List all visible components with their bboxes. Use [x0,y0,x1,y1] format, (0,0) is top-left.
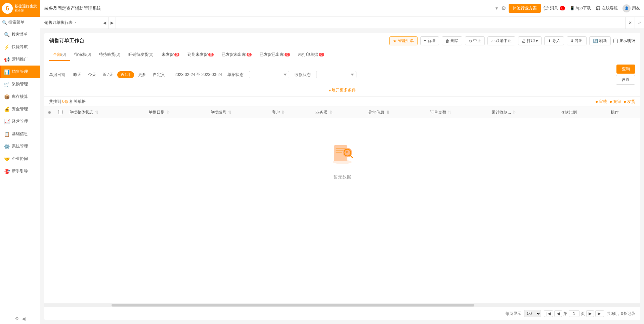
sort-icon-amount[interactable]: ⇅ [448,110,451,115]
filter-tab-unshipped[interactable]: 未发货0 [158,49,184,61]
export-button[interactable]: ⬇ 导出 [567,36,587,45]
sort-icon-no[interactable]: ⇅ [228,110,231,115]
page-number-input[interactable] [569,310,579,317]
message-area[interactable]: 💬 消息 6 [544,5,565,11]
sort-icon-date[interactable]: ⇅ [167,110,170,115]
col-operation: 操作 [607,107,640,118]
col-exception: 异常信息 ⇅ [365,107,426,118]
sidebar-item-basic-info[interactable]: 📋基础信息 [0,128,40,140]
sort-icon-received[interactable]: ⇅ [513,110,516,115]
dropdown-arrow-icon[interactable]: ▼ [495,6,499,11]
add-button[interactable]: + 新增 [420,36,439,45]
revoke-button[interactable]: 充审 [610,99,621,105]
detail-checkbox-input[interactable] [613,39,618,43]
date-7days[interactable]: 近7天 [100,71,116,78]
sidebar-item-finance[interactable]: 💰资金管理 [0,103,40,115]
payment-select[interactable] [316,71,356,78]
tab-close-all[interactable]: ✕ [625,17,635,29]
expand-more-button[interactable]: ▾ 展开更多条件 [329,87,356,93]
sidebar-item-marketing[interactable]: 📢营销推广 [0,53,40,66]
filter-tab-expired-unshipped[interactable]: 到期未发货0 [183,49,218,61]
sidebar-item-sales[interactable]: 📊销售管理 [0,66,40,78]
settings-header-icon[interactable]: ⚙ [501,5,506,11]
tab-bar: 首页销售订单工作台×钱货日清工作台×钱货日清对账×销售订单统计表×销售订单执行表… [40,17,644,29]
page-size-select[interactable]: 10 20 50 100 [524,310,541,317]
bill-status-select[interactable] [249,71,289,78]
select-all-checkbox[interactable] [58,110,62,114]
page-last-btn[interactable]: ▶| [595,310,604,317]
tab-list: 首页销售订单工作台×钱货日清工作台×钱货日清对账×销售订单统计表×销售订单执行表… [40,17,101,29]
filter-tab-shipped-out[interactable]: 已发货已出库0 [256,49,294,61]
pagination: 每页显示 10 20 50 100 |◀ ◀ 第 页 ▶ ▶| 共0页，0条记录 [44,307,640,320]
sort-icon-staff[interactable]: ⇅ [330,110,333,115]
page-first-btn[interactable]: |◀ [544,310,553,317]
finance-icon: 💰 [4,107,10,112]
filter-tab-shipped-not-out[interactable]: 已发货未出库0 [218,49,256,61]
col-bill-status: 单据整体状态 ⇅ [66,107,145,118]
sidebar-item-inventory[interactable]: 📦库存核算 [0,90,40,103]
col-settings[interactable]: ⚙ [44,107,55,118]
trial-button[interactable]: 体验行业方案 [509,4,541,13]
tab-scroll-left[interactable]: ◀ [101,17,109,29]
horizontal-scrollbar[interactable] [44,303,640,307]
marketing-icon: 📢 [4,57,10,62]
user-area[interactable]: 👤 用友 [622,4,640,12]
col-bill-date: 单据日期 ⇅ [145,107,207,118]
date-more[interactable]: 更多 [135,71,149,78]
page-prev-btn[interactable]: ◀ [554,310,562,317]
filter-tab-unprinted[interactable]: 未打印单据0 [294,49,328,61]
sidebar-item-search[interactable]: 🔍搜索菜单 [0,28,40,41]
settings-icon[interactable]: ⚙ [15,316,19,321]
sidebar-item-operations[interactable]: 📈经营管理 [0,115,40,128]
import-icon: ⬆ [548,39,551,43]
refresh-button[interactable]: 🔄 刷新 [589,36,611,45]
cancel-stop-button[interactable]: ↩ 取消中止 [487,36,515,45]
sort-icon-exception[interactable]: ⇅ [386,110,390,115]
search-icon: 🔍 [2,20,7,25]
sidebar-item-guide[interactable]: 🎯新手引导 [0,165,40,177]
sidebar-search[interactable]: 🔍 搜索菜单 [0,17,40,28]
date-yesterday[interactable]: 昨天 [71,71,84,78]
app-download[interactable]: 📱 App下载 [570,5,591,11]
count-badge-shipped-not-out: 0 [247,53,252,56]
online-service[interactable]: 🎧 在线客服 [596,5,618,11]
filter-tab-all[interactable]: 全部(0) [49,49,70,61]
ship-button[interactable]: 发货 [624,99,635,105]
col-checkbox[interactable] [55,107,66,118]
tab-close-order-execute[interactable]: × [75,21,77,25]
scrollbar-thumb[interactable] [112,304,474,307]
sidebar-item-enterprise[interactable]: 🤝企业协同 [0,153,40,165]
svg-rect-2 [336,148,346,149]
stats-text: 共找到 0条 相关单据 [49,99,86,105]
print-button[interactable]: 🖨 打印 ▾ [518,36,542,45]
star-icon: ★ [393,39,397,43]
filter-tab-pending-inspect[interactable]: 待拣验货(0) [95,49,124,61]
filter-tab-wangpu-ship[interactable]: 旺铺待发货(0) [124,49,158,61]
sort-icon-customer[interactable]: ⇅ [282,110,285,115]
show-detail-checkbox[interactable]: 显示明细 [613,38,635,44]
audit-button[interactable]: 审核 [596,99,607,105]
sidebar-item-quick-nav[interactable]: ⚡快捷导航 [0,41,40,53]
page-body: 销售订单工作台 ★ 智能生单 + 新增 🗑 删除 ⊘ 中止 ↩ 取消中止 [40,29,644,324]
page-next-btn[interactable]: ▶ [586,310,594,317]
sidebar-item-purchase[interactable]: 🛒采购管理 [0,78,40,90]
date-today[interactable]: 今天 [85,71,99,78]
date-custom[interactable]: 自定义 [150,71,168,78]
tab-order-execute[interactable]: 销售订单执行表× [40,17,101,29]
import-button[interactable]: ⬆ 导入 [544,36,564,45]
date-label: 单据日期 [49,72,65,78]
col-order-amount: 订单金额 ⇅ [427,107,488,118]
col-received: 累计收款... ⇅ [488,107,557,118]
filter-tab-pending-review[interactable]: 待审核(0) [70,49,95,61]
sidebar-item-system[interactable]: ⚙️系统管理 [0,140,40,153]
delete-button[interactable]: 🗑 删除 [442,36,462,45]
tab-restore[interactable]: ⤢ [635,17,644,29]
sort-icon-status[interactable]: ⇅ [95,110,98,115]
stop-button[interactable]: ⊘ 中止 [465,36,485,45]
date-1month[interactable]: 近1月 [117,71,134,78]
query-button[interactable]: 查询 [616,65,635,74]
collapse-icon[interactable]: ◀ [22,316,26,321]
smart-create-button[interactable]: ★ 智能生单 [389,36,418,45]
tab-scroll-right[interactable]: ▶ [109,17,116,29]
settings-button[interactable]: 设置 [616,75,635,85]
